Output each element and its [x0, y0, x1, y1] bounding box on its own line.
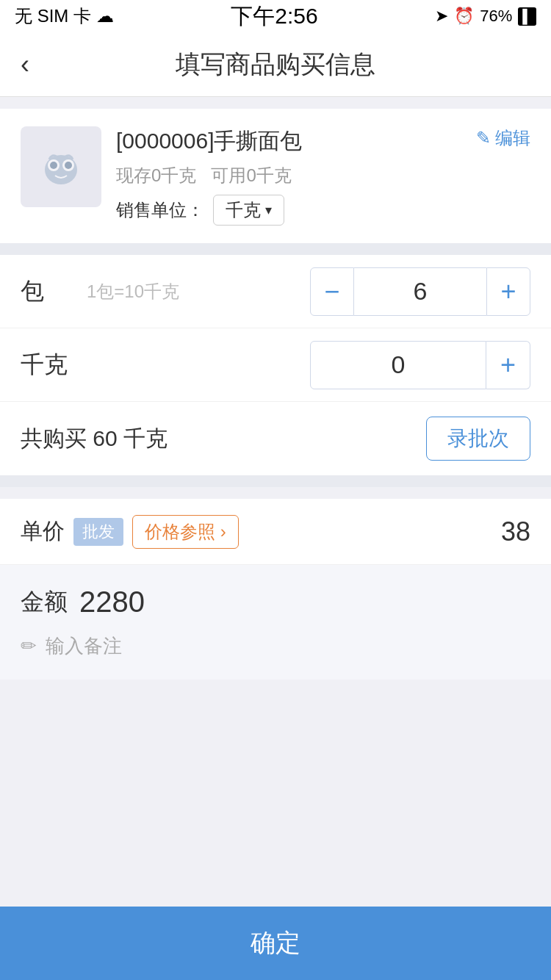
status-bar: 无 SIM 卡 ☁ 下午2:56 ➤ ⏰ 76% ▌	[0, 0, 551, 32]
content-fill	[0, 680, 551, 915]
remark-placeholder: 输入备注	[46, 633, 122, 659]
arrow-icon: ➤	[435, 7, 448, 26]
product-unit-row: 销售单位： 千克 ▾	[116, 195, 530, 226]
battery-level: 76%	[480, 7, 512, 26]
amount-section: 金额 2280 ✏ 输入备注	[0, 565, 551, 680]
price-value: 38	[501, 516, 530, 547]
bao-input-row: 包 1包=10千克 − +	[0, 255, 551, 328]
bao-hint: 1包=10千克	[87, 280, 310, 303]
input-section: 包 1包=10千克 − + 千克 +	[0, 255, 551, 402]
product-thumbnail	[21, 126, 101, 207]
remark-row[interactable]: ✏ 输入备注	[21, 633, 530, 659]
svg-point-4	[65, 162, 72, 169]
battery-icon: ▌	[518, 7, 536, 26]
price-row: 单价 批发 价格参照 › 38	[0, 499, 551, 565]
bao-minus-button[interactable]: −	[310, 267, 354, 316]
sim-status: 无 SIM 卡 ☁	[15, 4, 114, 28]
pencil-icon: ✏	[21, 635, 37, 657]
product-stock: 现存0千克 可用0千克	[116, 164, 530, 187]
product-info: [0000006]手撕面包 现存0千克 可用0千克 销售单位： 千克 ▾	[116, 126, 530, 226]
product-logo-icon	[37, 143, 84, 190]
price-label: 单价	[21, 516, 65, 547]
confirm-button[interactable]: 确定	[251, 926, 300, 960]
back-button[interactable]: ‹	[21, 49, 29, 80]
amount-row: 金额 2280	[21, 586, 530, 619]
kg-label: 千克	[21, 349, 79, 381]
kg-stepper: +	[310, 341, 530, 389]
product-name: [0000006]手撕面包	[116, 126, 530, 156]
kg-input[interactable]	[310, 341, 486, 389]
product-card: [0000006]手撕面包 现存0千克 可用0千克 销售单位： 千克 ▾ ✎ 编…	[0, 109, 551, 243]
bao-input[interactable]	[354, 267, 486, 316]
separator-1	[0, 243, 551, 255]
status-time: 下午2:56	[231, 1, 317, 32]
status-right: ➤ ⏰ 76% ▌	[435, 7, 536, 26]
nav-bar: ‹ 填写商品购买信息	[0, 32, 551, 97]
total-row: 共购买 60 千克 录批次	[0, 402, 551, 475]
price-ref-button[interactable]: 价格参照 ›	[132, 515, 239, 549]
status-left: 无 SIM 卡 ☁	[15, 4, 114, 28]
total-text: 共购买 60 千克	[21, 424, 168, 454]
amount-value: 2280	[79, 586, 145, 619]
confirm-bar[interactable]: 确定	[0, 907, 551, 980]
chevron-down-icon: ▾	[265, 202, 272, 218]
edit-button[interactable]: ✎ 编辑	[476, 126, 530, 150]
price-section: 单价 批发 价格参照 › 38	[0, 499, 551, 565]
edit-icon: ✎	[476, 128, 491, 148]
kg-input-row: 千克 +	[0, 328, 551, 402]
separator-2	[0, 475, 551, 487]
price-tag: 批发	[73, 518, 123, 546]
svg-point-3	[50, 162, 57, 169]
amount-label: 金额	[21, 586, 68, 619]
page-title: 填写商品购买信息	[176, 48, 375, 82]
bao-plus-button[interactable]: +	[486, 267, 530, 316]
bao-label: 包	[21, 275, 79, 308]
alarm-icon: ⏰	[454, 7, 474, 26]
bao-stepper: − +	[310, 267, 530, 316]
unit-select[interactable]: 千克 ▾	[213, 195, 284, 226]
batch-button[interactable]: 录批次	[426, 417, 530, 461]
kg-plus-button[interactable]: +	[486, 341, 530, 389]
